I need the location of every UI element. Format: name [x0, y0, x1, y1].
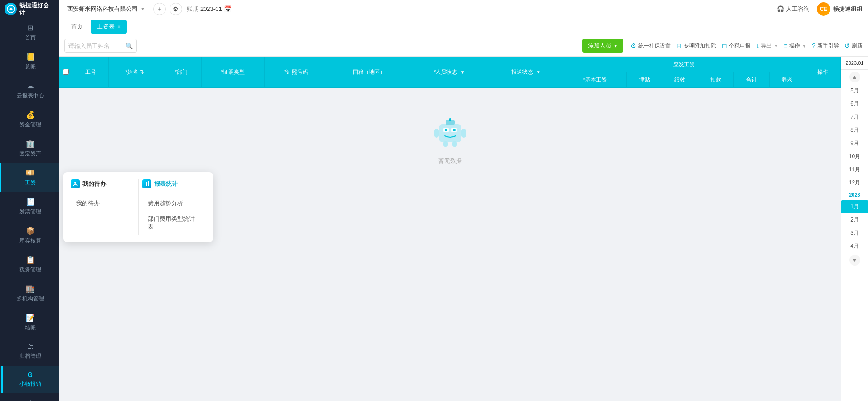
social-security-button[interactable]: ⚙ 统一社保设置 [630, 42, 671, 50]
headset-icon: 🎧 [777, 5, 784, 12]
cloud-icon: ☁ [27, 82, 34, 90]
popup-menu-row: 我的待办 我的待办 报表统计 费用趋势分析 部门费用类型统计表 [71, 179, 206, 235]
sidebar-item-funds[interactable]: 💰 资金管理 [0, 105, 59, 134]
th-dept: *部门 [161, 57, 201, 88]
date-nav-down[interactable]: ▼ [849, 255, 860, 266]
th-deduction: 扣款 [698, 72, 734, 88]
export-dropdown-icon: ▼ [774, 43, 778, 48]
popup-col1-label: 我的待办 [82, 180, 106, 188]
sidebar-item-close[interactable]: 📝 结账 [0, 308, 59, 337]
guide-toolbar-icon: ? [812, 42, 815, 49]
th-performance: 绩效 [662, 72, 698, 88]
sidebar: ⊞ 首页 📒 总账 ☁ 云报表中心 💰 资金管理 🏢 固定资产 💴 工资 🧾 发… [0, 18, 59, 401]
svg-rect-15 [148, 181, 149, 186]
date-item-9[interactable]: 9月 [841, 137, 868, 150]
sidebar-item-inventory[interactable]: 📦 库存核算 [0, 221, 59, 250]
select-all-checkbox[interactable] [63, 69, 69, 75]
svg-rect-10 [443, 141, 448, 147]
popup-item-expense-trend[interactable]: 费用趋势分析 [142, 196, 206, 211]
period-value: 2023-01 [200, 5, 222, 12]
tab-salary-close-icon[interactable]: × [117, 24, 121, 30]
social-security-icon: ⚙ [630, 42, 636, 49]
invoice-icon: 🧾 [26, 198, 35, 206]
search-input[interactable] [68, 43, 123, 49]
date-item-1[interactable]: 1月 [841, 200, 868, 213]
special-deduction-button[interactable]: ⊞ 专项附加扣除 [676, 42, 716, 50]
date-item-3[interactable]: 3月 [841, 227, 868, 240]
salary-icon: 💴 [26, 169, 35, 177]
add-person-button[interactable]: 添加人员 ▼ [582, 39, 623, 53]
sidebar-item-cloud-report[interactable]: ☁ 云报表中心 [0, 76, 59, 105]
support-label: 人工咨询 [786, 5, 810, 13]
th-person-status: *人员状态 ▼ [410, 57, 489, 88]
date-panel: 2023.01 ▲ 5月 6月 7月 8月 9月 10月 11月 12月 202… [841, 57, 868, 401]
date-item-12[interactable]: 12月 [841, 176, 868, 189]
tax-report-button[interactable]: ◻ 个税申报 [722, 42, 751, 50]
popup-menu: 我的待办 我的待办 报表统计 费用趋势分析 部门费用类型统计表 [63, 172, 213, 242]
export-button[interactable]: ↓ 导出 ▼ [756, 42, 778, 50]
date-item-7[interactable]: 7月 [841, 111, 868, 124]
settings-button[interactable]: ⚙ [170, 3, 182, 15]
th-job-number: 工号 [73, 57, 109, 88]
popup-item-dept-expense[interactable]: 部门费用类型统计表 [142, 211, 206, 235]
popup-col-reports: 报表统计 费用趋势分析 部门费用类型统计表 [142, 179, 206, 235]
date-item-2[interactable]: 2月 [841, 213, 868, 227]
search-field[interactable]: 🔍 [64, 39, 137, 53]
expense-icon: G [28, 371, 33, 378]
person-status-filter-icon[interactable]: ▼ [461, 70, 465, 75]
date-item-4[interactable]: 4月 [841, 240, 868, 253]
date-item-5[interactable]: 5月 [841, 84, 868, 97]
operations-button[interactable]: ≡ 操作 ▼ [784, 42, 806, 50]
th-allowance: 津贴 [626, 72, 662, 88]
th-id-number: *证照号码 [265, 57, 328, 88]
settings-icon: ⚙ [27, 399, 34, 401]
tab-salary-label: 工资表 [97, 23, 115, 31]
checkbox-header[interactable] [59, 57, 73, 88]
sidebar-item-ledger[interactable]: 📒 总账 [0, 47, 59, 76]
guide-button[interactable]: ? 新手引导 [812, 42, 839, 50]
sidebar-item-settings[interactable]: ⚙ 基础设置 [0, 393, 59, 401]
date-item-8[interactable]: 8月 [841, 124, 868, 137]
sidebar-item-assets[interactable]: 🏢 固定资产 [0, 134, 59, 163]
support-button[interactable]: 🎧 人工咨询 [777, 5, 810, 13]
period-area: 账期 2023-01 📅 [187, 5, 232, 13]
svg-rect-14 [146, 182, 147, 186]
search-icon[interactable]: 🔍 [126, 43, 133, 49]
sidebar-item-tax[interactable]: 📋 税务管理 [0, 250, 59, 279]
sidebar-item-salary[interactable]: 💴 工资 [0, 163, 59, 192]
inventory-icon: 📦 [26, 227, 35, 235]
report-status-filter-icon[interactable]: ▼ [536, 70, 541, 75]
user-area[interactable]: CE 畅捷通组组 [817, 2, 863, 16]
period-label: 账期 [187, 5, 199, 13]
th-name: *姓名⇅ [108, 57, 161, 88]
operations-icon: ≡ [784, 42, 787, 49]
date-nav-up[interactable]: ▲ [849, 72, 860, 82]
sidebar-item-archive[interactable]: 🗂 归档管理 [0, 337, 59, 366]
add-company-button[interactable]: ＋ [153, 3, 166, 15]
refresh-button[interactable]: ↺ 刷新 [844, 42, 863, 50]
svg-point-5 [453, 129, 456, 131]
deduction-icon: ⊞ [676, 42, 682, 49]
company-selector[interactable]: 西安虾米网络科技有限公司 ▼ [63, 3, 149, 15]
svg-rect-9 [461, 129, 466, 138]
archive-icon: 🗂 [27, 343, 34, 351]
date-item-10[interactable]: 10月 [841, 150, 868, 163]
sidebar-item-multi-org[interactable]: 🏬 多机构管理 [0, 279, 59, 308]
date-item-6[interactable]: 6月 [841, 97, 868, 111]
chevron-down-icon: ▼ [141, 6, 145, 11]
tab-salary[interactable]: 工资表 × [91, 20, 127, 34]
date-item-11[interactable]: 11月 [841, 163, 868, 176]
sidebar-item-invoice[interactable]: 🧾 发票管理 [0, 192, 59, 221]
popup-item-my-pending[interactable]: 我的待办 [71, 196, 135, 211]
tab-home[interactable]: 首页 [64, 20, 89, 34]
top-actions: ＋ ⚙ [153, 3, 182, 15]
calendar-icon[interactable]: 📅 [224, 5, 232, 13]
tab-home-label: 首页 [71, 23, 82, 31]
add-person-dropdown-icon: ▼ [613, 43, 618, 48]
sidebar-item-home[interactable]: ⊞ 首页 [0, 18, 59, 47]
svg-point-4 [445, 129, 447, 131]
table-header-row1: 工号 *姓名⇅ *部门 *证照类型 *证照号码 国籍（地区） *人员状态 ▼ 报… [59, 57, 841, 72]
top-right: 🎧 人工咨询 CE 畅捷通组组 [777, 2, 863, 16]
home-icon: ⊞ [27, 24, 33, 32]
sidebar-item-expense[interactable]: G 小畅报销 [0, 366, 59, 393]
